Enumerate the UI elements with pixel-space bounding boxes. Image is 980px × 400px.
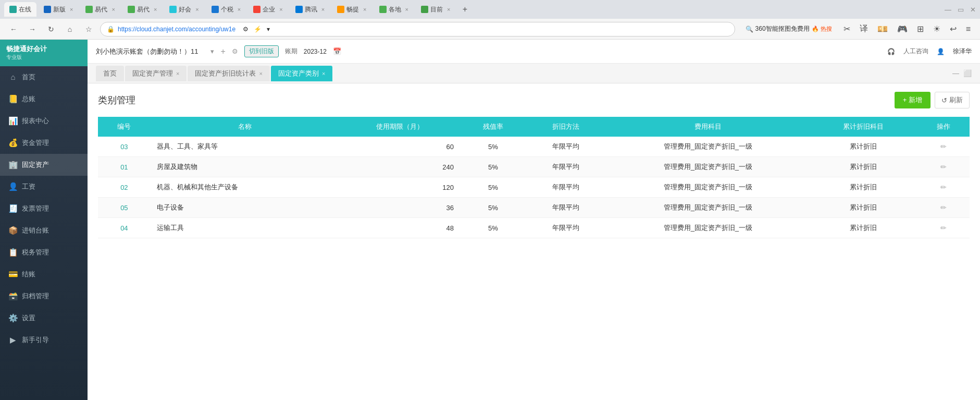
tab-asset-category[interactable]: 固定资产类别 × (271, 66, 332, 81)
help-label[interactable]: 人工咨询 (903, 47, 928, 56)
dropdown-icon[interactable]: ▾ (210, 47, 214, 55)
browser-tab-2[interactable]: 新版 × (39, 2, 78, 17)
tab-expand-icon[interactable]: ⬜ (963, 69, 972, 77)
tab-minimize-icon[interactable]: — (952, 69, 959, 77)
sidebar-item-settings[interactable]: ⚙️ 设置 (0, 307, 88, 329)
browser-tab-9[interactable]: 畅提 × (332, 2, 371, 17)
add-account-icon[interactable]: + (220, 47, 225, 56)
page-header: 类别管理 + 新增 ↺ 刷新 (88, 83, 980, 117)
tab-close-icon[interactable]: × (321, 6, 325, 13)
tab-asset-depreciation-close[interactable]: × (259, 70, 262, 77)
tab-close-icon[interactable]: × (195, 6, 199, 13)
sidebar-item-guide[interactable]: ▶ 新手引导 (0, 329, 88, 351)
cell-code[interactable]: 03 (98, 137, 151, 157)
sidebar-item-settlement[interactable]: 💳 结账 (0, 263, 88, 285)
tab-close-icon[interactable]: × (447, 6, 450, 13)
brightness-icon[interactable]: ☀ (930, 23, 944, 35)
edit-icon[interactable]: ✏ (940, 203, 947, 212)
bookmark-button[interactable]: ☆ (81, 22, 96, 37)
edit-icon[interactable]: ✏ (940, 163, 947, 171)
cell-code[interactable]: 02 (98, 177, 151, 198)
refresh-button[interactable]: ↻ (44, 22, 58, 37)
tab-asset-category-close[interactable]: × (322, 70, 325, 77)
tab-close-icon[interactable]: × (238, 6, 241, 13)
sidebar-item-report[interactable]: 📊 报表中心 (0, 110, 88, 132)
home-button[interactable]: ⌂ (63, 22, 77, 37)
tab-asset-depreciation[interactable]: 固定资产折旧统计表 × (188, 66, 269, 81)
browser-tab-6[interactable]: 个税 × (206, 2, 246, 17)
calendar-icon[interactable]: 📅 (333, 47, 341, 55)
cell-action[interactable]: ✏ (917, 218, 970, 238)
cut-icon[interactable]: ✂ (840, 23, 853, 35)
cell-name: 房屋及建筑物 (151, 157, 340, 177)
translate-icon[interactable]: 译 (857, 22, 871, 35)
switch-view-button[interactable]: 切到旧版 (244, 45, 279, 57)
settings-icon[interactable]: ⚙ (232, 47, 238, 55)
tab-home[interactable]: 首页 (96, 66, 124, 81)
sidebar-header: 畅捷通好会计 专业版 (0, 40, 88, 66)
cell-action[interactable]: ✏ (917, 157, 970, 177)
edit-icon[interactable]: ✏ (940, 142, 947, 151)
table-row: 05 电子设备 36 5% 年限平均 管理费用_固定资产折旧_一级 累计折旧 ✏ (98, 198, 970, 218)
sidebar-item-ledger[interactable]: 📒 总账 (0, 88, 88, 110)
tab-asset-mgmt[interactable]: 固定资产管理 × (125, 66, 187, 81)
tab-close-icon[interactable]: × (111, 6, 115, 13)
game-icon[interactable]: 🎮 (894, 23, 911, 35)
sidebar-item-home[interactable]: ⌂ 首页 (0, 66, 88, 88)
tab-close-icon[interactable]: × (70, 6, 73, 13)
sidebar-item-archive[interactable]: 🗃️ 归档管理 (0, 285, 88, 307)
wallet-icon[interactable]: 💴 (874, 23, 891, 35)
browser-tab-active[interactable]: 在线 (4, 2, 36, 17)
back-button[interactable]: ← (6, 22, 21, 37)
toolbar-icons: ✂ 译 💴 🎮 ⊞ ☀ ↩ ≡ (840, 22, 974, 35)
sidebar-item-fixed-asset[interactable]: 🏢 固定资产 (0, 154, 88, 176)
sidebar-item-salary[interactable]: 👤 工资 (0, 176, 88, 198)
tab-label: 个税 (221, 5, 233, 14)
browser-tab-8[interactable]: 腾讯 × (290, 2, 330, 17)
menu-icon[interactable]: ≡ (963, 23, 974, 35)
cell-period: 240 (339, 157, 460, 177)
url-bar[interactable]: 🔒 https://cloud.chanjet.com/accounting/u… (100, 22, 735, 37)
browser-tab-4[interactable]: 易代 × (122, 2, 162, 17)
sidebar-item-invoice[interactable]: 🧾 发票管理 (0, 198, 88, 220)
cell-action[interactable]: ✏ (917, 198, 970, 218)
table-row: 04 运输工具 48 5% 年限平均 管理费用_固定资产折旧_一级 累计折旧 ✏ (98, 218, 970, 238)
new-tab-button[interactable]: + (457, 2, 472, 17)
forward-button[interactable]: → (25, 22, 40, 37)
tab-close-icon[interactable]: × (279, 6, 282, 13)
sidebar: 畅捷通好会计 专业版 ⌂ 首页 📒 总账 📊 报表中心 💰 资金管理 🏢 固定资… (0, 40, 88, 400)
refresh-button[interactable]: ↺ 刷新 (935, 92, 970, 108)
search-label: 360智能抠图免费用 (755, 25, 810, 33)
report-icon: 📊 (8, 116, 18, 126)
browser-tab-3[interactable]: 易代 × (80, 2, 120, 17)
undo-icon[interactable]: ↩ (947, 23, 960, 35)
cell-action[interactable]: ✏ (917, 137, 970, 157)
browser-tab-11[interactable]: 目前 × (416, 2, 455, 17)
sidebar-item-tax[interactable]: 📋 税务管理 (0, 241, 88, 263)
sidebar-item-fund[interactable]: 💰 资金管理 (0, 132, 88, 154)
restore-icon[interactable]: ▭ (958, 6, 964, 14)
cell-code[interactable]: 04 (98, 218, 151, 238)
cell-name: 运输工具 (151, 218, 340, 238)
tab-close-icon[interactable]: × (363, 6, 366, 13)
browser-tab-7[interactable]: 企业 × (248, 2, 288, 17)
tab-label: 易代 (137, 5, 150, 14)
tab-close-icon[interactable]: × (154, 6, 157, 13)
cell-code[interactable]: 05 (98, 198, 151, 218)
browser-tab-10[interactable]: 各地 × (374, 2, 414, 17)
browser-tab-5[interactable]: 好会 × (164, 2, 204, 17)
grid-icon[interactable]: ⊞ (914, 23, 927, 35)
close-icon[interactable]: ✕ (970, 6, 976, 14)
sidebar-item-inventory[interactable]: 📦 进销台账 (0, 220, 88, 241)
cell-code[interactable]: 01 (98, 157, 151, 177)
minimize-icon[interactable]: — (945, 6, 951, 14)
edit-icon[interactable]: ✏ (940, 224, 947, 232)
period-label: 账期 (285, 47, 297, 56)
edit-icon[interactable]: ✏ (940, 183, 947, 191)
user-name[interactable]: 徐泽华 (953, 47, 972, 56)
tab-close-icon[interactable]: × (405, 6, 408, 13)
cell-action[interactable]: ✏ (917, 177, 970, 198)
search-bar[interactable]: 🔍 360智能抠图免费用 🔥 热搜 (746, 25, 832, 33)
tab-asset-mgmt-close[interactable]: × (176, 70, 179, 77)
add-button[interactable]: + 新增 (895, 92, 931, 108)
